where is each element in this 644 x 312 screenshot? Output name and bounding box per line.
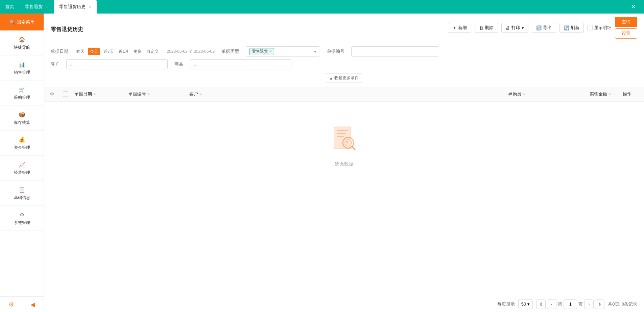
svg-rect-2 (337, 133, 346, 134)
filter-area: 单据日期 昨天 今天 近7天 近1月 更多 自定义 2023-06-02 至 2… (44, 42, 644, 87)
last-page-btn[interactable]: ⟫ (595, 299, 604, 309)
date-btn-yesterday[interactable]: 昨天 (75, 48, 86, 55)
refresh-icon: 🔄 (564, 25, 569, 30)
sidebar-collapse-btn[interactable]: ◀ (30, 301, 35, 308)
sidebar-item-quick-nav[interactable]: 🏠 快捷导航 (0, 30, 44, 55)
prev-page-btn[interactable]: ‹ (547, 299, 556, 309)
filter-row-2: 客户 商品 (51, 59, 637, 69)
query-button[interactable]: 查询 (615, 17, 637, 27)
svg-rect-3 (337, 136, 344, 137)
guide-sort-icon: ⇅ (522, 92, 525, 96)
page-size-select[interactable]: 50 ▾ (518, 299, 533, 309)
th-checkbox[interactable] (59, 91, 72, 97)
empty-text: 暂无数据 (335, 161, 354, 167)
date-quick-group: 昨天 今天 近7天 近1月 更多 自定义 (75, 48, 160, 55)
th-customer[interactable]: 客户 ⇅ (187, 91, 505, 97)
empty-icon (327, 122, 361, 156)
finance-icon: 💰 (18, 135, 26, 143)
th-number[interactable]: 单据编号 ⇅ (126, 91, 187, 97)
customer-input[interactable] (66, 59, 168, 69)
sidebar-search[interactable]: 🔍 搜索菜单 (0, 14, 44, 30)
sidebar-item-basic-info-label: 基础信息 (14, 195, 30, 201)
new-button[interactable]: ＋ 新增 (448, 23, 471, 33)
sales-icon: 📊 (18, 60, 26, 68)
system-icon: ⚙ (18, 210, 26, 219)
close-window-btn[interactable]: ✕ (628, 2, 639, 12)
th-amount-label: 实销金额 (590, 91, 607, 97)
export-button[interactable]: 🔃 导出 (532, 23, 556, 33)
tab-home-label: 首页 (5, 4, 14, 10)
sidebar-item-inventory[interactable]: 📦 库存核算 (0, 106, 44, 131)
sidebar-item-sales-label: 销售管理 (14, 70, 30, 75)
empty-state: 暂无数据 (44, 102, 644, 187)
th-date[interactable]: 单据日期 ⇅ (72, 91, 126, 97)
th-customer-label: 客户 (189, 91, 198, 97)
delete-button[interactable]: 🗑 删除 (475, 23, 498, 33)
th-guide[interactable]: 导购员 ⇅ (505, 91, 559, 97)
tab-retail-return-close[interactable]: × (46, 4, 48, 9)
delete-icon: 🗑 (479, 25, 483, 30)
settings-button[interactable]: 设置 (615, 28, 637, 39)
page-size-arrow: ▾ (527, 302, 530, 307)
refresh-button[interactable]: 🔄 刷新 (559, 23, 584, 33)
sidebar-item-purchase[interactable]: 🛒 采购管理 (0, 81, 44, 106)
operations-icon: 📈 (18, 160, 26, 169)
date-btn-7days[interactable]: 近7天 (102, 48, 115, 55)
th-number-label: 单据编号 (128, 91, 146, 97)
quick-nav-icon: 🏠 (18, 35, 26, 43)
goods-input[interactable] (190, 59, 291, 69)
sidebar-item-finance[interactable]: 💰 资金管理 (0, 131, 44, 156)
sidebar-settings-btn[interactable]: ⚙ (8, 301, 14, 308)
amount-sort-icon: ⇅ (608, 92, 611, 96)
date-btn-1month[interactable]: 近1月 (117, 48, 130, 55)
show-detail-checkbox[interactable] (587, 25, 593, 30)
sidebar-item-sales[interactable]: 📊 销售管理 (0, 55, 44, 81)
date-btn-more[interactable]: 更多 (132, 48, 143, 55)
settings-col-icon: ⚙ (50, 91, 54, 96)
tab-retail-return-history-label: 零售退货历史 (59, 4, 86, 10)
th-settings[interactable]: ⚙ (47, 91, 59, 96)
svg-point-5 (345, 139, 352, 146)
search-icon: 🔍 (9, 20, 15, 25)
svg-point-7 (346, 141, 348, 143)
page-input[interactable] (564, 299, 577, 309)
new-icon: ＋ (452, 25, 457, 31)
tab-home[interactable]: 首页 (0, 0, 20, 14)
top-bar: 首页 零售退货 × 零售退货历史 × ✕ (0, 0, 644, 14)
date-btn-custom[interactable]: 自定义 (145, 48, 160, 55)
header-checkbox[interactable] (63, 91, 68, 97)
page-title: 零售退货历史 (51, 26, 83, 33)
tab-retail-return-history-close[interactable]: × (89, 4, 91, 9)
sidebar-item-system[interactable]: ⚙ 系统管理 (0, 206, 44, 231)
sidebar-item-operations[interactable]: 📈 经营管理 (0, 156, 44, 181)
print-button[interactable]: 🖨 打印 ▾ (501, 23, 528, 33)
refresh-label: 刷新 (571, 25, 579, 31)
first-page-btn[interactable]: ⟪ (536, 299, 546, 309)
delete-label: 删除 (485, 25, 494, 31)
show-detail-text: 显示明细 (594, 25, 612, 31)
collapse-button[interactable]: ▲ 收起更多条件 (325, 73, 363, 83)
date-btn-today[interactable]: 今天 (88, 48, 100, 55)
table-header: ⚙ 单据日期 ⇅ 单据编号 ⇅ 客户 ⇅ 导购员 (44, 87, 644, 102)
sidebar-item-basic-info[interactable]: 📋 基础信息 (0, 181, 44, 206)
th-action-label: 操作 (623, 91, 631, 97)
query-settings-group: 查询 设置 (615, 17, 637, 39)
show-detail-label[interactable]: 显示明细 (587, 25, 612, 31)
th-amount[interactable]: 实销金额 ⇅ (559, 91, 614, 97)
tab-retail-return-history[interactable]: 零售退货历史 × (54, 0, 97, 14)
print-icon: 🖨 (506, 25, 510, 30)
print-arrow-icon: ▾ (522, 25, 524, 30)
sidebar-item-purchase-label: 采购管理 (14, 95, 30, 101)
header-actions: ＋ 新增 🗑 删除 🖨 打印 ▾ 🔃 导出 🔄 (448, 17, 637, 42)
next-page-btn[interactable]: › (584, 299, 594, 309)
number-input[interactable] (351, 46, 439, 57)
tab-bar: 首页 零售退货 × 零售退货历史 × (0, 0, 628, 14)
tab-retail-return[interactable]: 零售退货 × (20, 0, 54, 14)
type-select[interactable]: 零售退货 × ▾ (246, 46, 320, 57)
main-layout: 🔍 搜索菜单 🏠 快捷导航 📊 销售管理 🛒 采购管理 📦 库存核算 💰 (0, 14, 644, 312)
type-select-arrow: ▾ (314, 49, 316, 54)
svg-rect-1 (337, 130, 348, 131)
sidebar-item-operations-label: 经营管理 (14, 170, 30, 176)
svg-line-6 (352, 147, 355, 150)
type-tag-close[interactable]: × (269, 49, 272, 54)
